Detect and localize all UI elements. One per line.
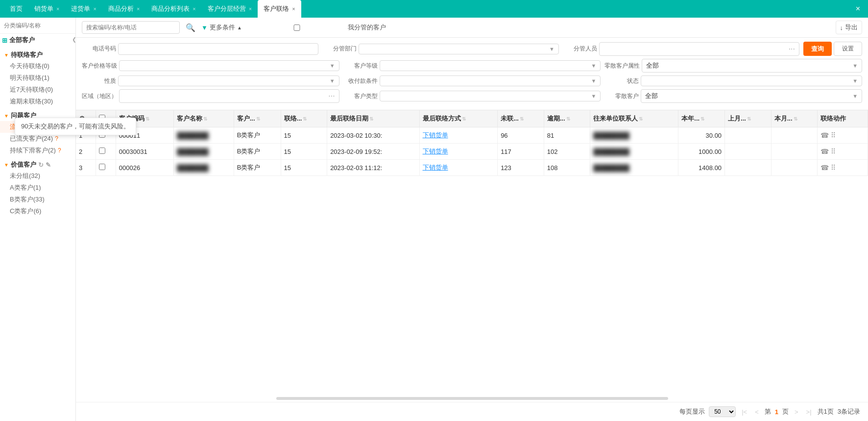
cell-this-month	[771, 127, 818, 144]
row-checkbox[interactable]	[99, 164, 105, 170]
more-action-icon[interactable]: ⠿	[831, 131, 836, 139]
sort-contact-icon: ⇅	[303, 116, 307, 122]
th-year-amount[interactable]: 本年...⇅	[678, 110, 725, 127]
query-button[interactable]: 查询	[803, 42, 832, 56]
filter-cust-type-select[interactable]: ▼	[380, 91, 601, 101]
price-dropdown-arrow: ▼	[330, 63, 335, 69]
contact-action-icon[interactable]: ☎	[820, 164, 829, 172]
settings-button[interactable]: 设置	[834, 42, 862, 56]
tab-customer-contact-close[interactable]: ×	[292, 6, 295, 12]
contact-action-icon[interactable]: ☎	[820, 148, 829, 155]
tab-analysis-list-close[interactable]: ×	[193, 6, 195, 12]
th-type[interactable]: 客户...⇅	[234, 110, 281, 127]
sidebar-item-tomorrow[interactable]: 明天待联络(1)	[0, 72, 75, 84]
filter-phone-input[interactable]	[118, 43, 318, 55]
sidebar-group-pending-title[interactable]: ▼ 待联络客户	[0, 49, 75, 60]
sidebar-search-input[interactable]	[4, 22, 76, 29]
filter-payment: 收付款条件 ▼	[343, 75, 601, 86]
first-page-btn[interactable]: |<	[740, 407, 749, 417]
filter-price-select[interactable]: ▼	[119, 60, 339, 71]
prev-page-btn[interactable]: <	[753, 407, 761, 417]
th-overdue[interactable]: 逾期...⇅	[544, 110, 590, 127]
filter-status-select[interactable]: ▼	[641, 75, 862, 86]
query-settings-btns: 查询 设置	[803, 42, 862, 56]
sidebar-item-b[interactable]: B类客户(33)	[0, 194, 75, 205]
sidebar-item-a[interactable]: A类客户(1)	[0, 182, 75, 194]
my-customers-checkbox[interactable]	[248, 25, 346, 31]
cell-last-method[interactable]: 下销货单	[419, 160, 498, 176]
th-last-method[interactable]: 最后联络方式⇅	[419, 110, 498, 127]
sidebar-item-today[interactable]: 今天待联络(0)	[0, 60, 75, 72]
current-page: 1	[775, 408, 778, 416]
th-contact-person[interactable]: 往来单位联系人⇅	[590, 110, 678, 127]
export-button[interactable]: ↓ 导出	[836, 21, 863, 34]
filter-dept-select[interactable]: ▼	[359, 44, 559, 54]
filter-search-icon[interactable]: 🔍	[186, 23, 195, 32]
sort-overdue-icon: ⇅	[566, 116, 570, 122]
filter-retail-select[interactable]: 全部 ▼	[641, 89, 862, 103]
th-name[interactable]: 客户名称⇅	[174, 110, 234, 127]
sort-type-icon: ⇅	[256, 116, 260, 122]
row-actions: ☎ ⠿	[820, 131, 865, 139]
sidebar-item-ungroup[interactable]: 未分组(32)	[0, 170, 75, 182]
contact-action-icon[interactable]: ☎	[820, 131, 829, 139]
sidebar-collapse-btn[interactable]: 《	[70, 36, 75, 45]
filter-person-select[interactable]: ···	[599, 42, 799, 56]
sidebar-item-overdue[interactable]: 逾期未联络(30)	[0, 96, 75, 107]
tab-analysis-close[interactable]: ×	[137, 6, 140, 12]
tab-customer-tier-close[interactable]: ×	[249, 6, 252, 12]
more-conditions-btn[interactable]: ▼ 更多条件 ▲	[201, 23, 242, 32]
payment-dropdown-arrow: ▼	[591, 78, 596, 84]
filter-region-select[interactable]: ···	[119, 89, 339, 103]
grid-icon: ⊞	[2, 37, 7, 44]
cell-overdue: 108	[544, 160, 590, 176]
tab-customer-tier[interactable]: 客户分层经营 ×	[202, 0, 258, 18]
tab-customer-contact[interactable]: 客户联络 ×	[258, 0, 301, 18]
sort-tm-icon: ⇅	[794, 116, 797, 122]
tab-sales[interactable]: 销货单 ×	[28, 0, 65, 18]
edit-icon[interactable]: ✎	[46, 161, 51, 169]
region-dots-icon[interactable]: ···	[328, 92, 335, 100]
per-page-label: 每页显示	[679, 407, 705, 416]
filter-cust-level-select[interactable]: ▼	[380, 60, 601, 71]
page-size-select[interactable]: 50 100 200	[709, 406, 736, 417]
tab-purchase-close[interactable]: ×	[93, 6, 96, 12]
th-this-month[interactable]: 本月...⇅	[771, 110, 818, 127]
scroll-bar[interactable]	[276, 397, 668, 400]
search-input[interactable]	[82, 21, 180, 34]
cell-code: 000026	[116, 160, 173, 176]
refresh-icon[interactable]: ↻	[38, 161, 44, 169]
filter-scatter-attr: 零散客户属性 全部 ▼	[604, 59, 862, 73]
my-customers-filter: 我分管的客户	[248, 23, 386, 32]
all-customers-label[interactable]: ⊞ 全部客户 《	[0, 34, 75, 47]
tab-home[interactable]: 首页	[4, 0, 28, 18]
filter-payment-select[interactable]: ▼	[380, 75, 601, 86]
th-last-date[interactable]: 最后联络日期⇅	[327, 110, 419, 127]
sidebar-item-c[interactable]: C类客户(6)	[0, 205, 75, 217]
last-page-btn[interactable]: >|	[804, 407, 814, 417]
cell-last-month	[725, 127, 772, 144]
sidebar-group-value: ▼ 价值客户 ↻ ✎ 未分组(32) A类客户(1) B类客户(33) C类客户…	[0, 158, 75, 217]
tab-sales-close[interactable]: ×	[56, 6, 59, 12]
th-uncontact[interactable]: 未联...⇅	[498, 110, 544, 127]
scatter-dropdown-arrow: ▼	[852, 63, 858, 69]
cell-last-method[interactable]: 下销货单	[419, 144, 498, 160]
sidebar-item-7days[interactable]: 近7天待联络(0)	[0, 84, 75, 96]
row-checkbox[interactable]	[99, 148, 105, 154]
sidebar-group-value-title[interactable]: ▼ 价值客户 ↻ ✎	[0, 158, 75, 170]
tab-purchase[interactable]: 进货单 ×	[65, 0, 102, 18]
window-close-button[interactable]: ×	[852, 4, 864, 13]
more-action-icon[interactable]: ⠿	[831, 148, 836, 155]
more-action-icon[interactable]: ⠿	[831, 164, 836, 172]
th-last-month[interactable]: 上月...⇅	[725, 110, 772, 127]
filter-scatter-select[interactable]: 全部 ▼	[642, 59, 862, 73]
next-page-btn[interactable]: >	[793, 407, 800, 417]
sidebar-item-declining[interactable]: 持续下滑客户(2) ?	[0, 145, 75, 156]
cell-last-method[interactable]: 下销货单	[419, 127, 498, 144]
person-dots-icon[interactable]: ···	[789, 45, 795, 53]
th-contact[interactable]: 联络...⇅	[281, 110, 327, 127]
filter-nature-select[interactable]: ▼	[118, 75, 339, 86]
tab-analysis-list[interactable]: 商品分析列表 ×	[145, 0, 201, 18]
sort-cp-icon: ⇅	[639, 116, 643, 122]
tab-analysis[interactable]: 商品分析 ×	[102, 0, 145, 18]
